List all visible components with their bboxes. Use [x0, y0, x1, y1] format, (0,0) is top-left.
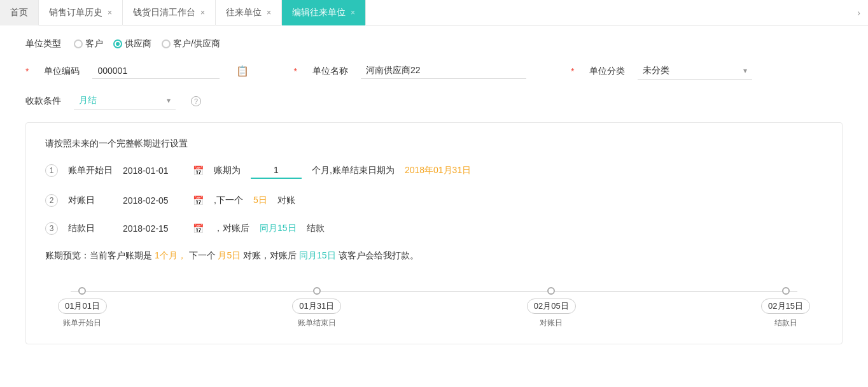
step-date-3: 2018-02-15 — [123, 223, 180, 234]
radio-circle-supplier — [113, 39, 122, 48]
chevron-down-icon: ▾ — [743, 66, 747, 75]
payment-terms-label: 收款条件 — [25, 95, 61, 107]
required-marker2: * — [293, 66, 297, 76]
timeline-dot-3 — [547, 287, 555, 295]
timeline-points: 01月01日 账单开始日 01月31日 账单结束日 02月05日 对账日 — [58, 277, 810, 328]
step-num-2: 2 — [45, 194, 58, 207]
radio-customer-label: 客户 — [85, 38, 103, 50]
settings-card: 请按照未来的一个完整帐期进行设置 1 账单开始日 2018-01-01 📅 账期… — [25, 122, 843, 344]
close-icon[interactable]: × — [108, 8, 112, 17]
timeline-label-4: 结款日 — [774, 318, 797, 328]
tab-counterparty[interactable]: 往来单位 × — [216, 0, 282, 25]
preview-mid2: 对账，对账后 — [243, 250, 297, 260]
required-marker: * — [25, 66, 29, 76]
tab-cash-daily[interactable]: 钱货日清工作台 × — [123, 0, 216, 25]
timeline-dot-1 — [78, 287, 86, 295]
step-num-1: 1 — [45, 164, 58, 177]
preview-suffix: 该客户会给我打款。 — [339, 250, 419, 260]
timeline-point-4: 02月15日 结款日 — [761, 277, 810, 328]
radio-supplier-label: 供应商 — [125, 38, 151, 50]
step-row-3: 3 结款日 2018-02-15 📅 ，对账后 同月15日 结款 — [45, 222, 823, 235]
timeline-point-2: 01月31日 账单结束日 — [292, 277, 341, 328]
close-icon[interactable]: × — [351, 8, 355, 17]
step-desc-2a: ,下一个 — [214, 195, 243, 206]
timeline-pill-2: 01月31日 — [292, 299, 341, 314]
timeline-point-3: 02月05日 对账日 — [527, 277, 576, 328]
step-desc-3a: ，对账后 — [214, 223, 249, 234]
radio-both-label: 客户/供应商 — [173, 38, 220, 50]
required-marker3: * — [571, 66, 574, 76]
close-icon[interactable]: × — [267, 8, 271, 17]
timeline-pill-1: 01月01日 — [58, 299, 107, 314]
step-row-1: 1 账单开始日 2018-01-01 📅 账期为 个月,账单结束日期为 2018… — [45, 162, 823, 179]
radio-customer[interactable]: 客户 — [74, 38, 103, 50]
timeline-container: 01月01日 账单开始日 01月31日 账单结束日 02月05日 对账日 — [45, 277, 823, 328]
calendar-icon-3[interactable]: 📅 — [193, 223, 204, 234]
preview-settle: 同月15日 — [299, 250, 336, 260]
step-label-1: 账单开始日 — [68, 165, 113, 176]
tab-edit-counterparty[interactable]: 编辑往来单位 × — [282, 0, 366, 25]
unit-type-radio-group: 客户 供应商 客户/供应商 — [74, 38, 220, 50]
preview-mid: 下一个 — [189, 250, 216, 260]
unit-category-value: 未分类 — [643, 65, 738, 76]
unit-name-input[interactable] — [361, 63, 526, 79]
period-end-date: 2018年01月31日 — [405, 165, 471, 176]
card-title: 请按照未来的一个完整帐期进行设置 — [45, 138, 823, 150]
unit-type-label: 单位类型 — [25, 38, 61, 50]
step-desc-3c: 结款 — [307, 223, 325, 234]
chevron-down-icon: ▾ — [167, 96, 171, 105]
unit-code-input[interactable] — [92, 63, 220, 79]
unit-code-label: 单位编码 — [44, 66, 80, 77]
tab-sales-history[interactable]: 销售订单历史 × — [39, 0, 123, 25]
period-input[interactable] — [251, 162, 302, 179]
step-row-2: 2 对账日 2018-02-05 📅 ,下一个 5日 对账 — [45, 194, 823, 207]
payment-terms-row: 收款条件 月结 ▾ ? — [25, 92, 843, 109]
unit-category-select[interactable]: 未分类 ▾ — [638, 62, 752, 80]
step-desc-2b: 5日 — [253, 195, 267, 206]
calendar-icon-2[interactable]: 📅 — [193, 195, 204, 206]
unit-type-row: 单位类型 客户 供应商 客户/供应商 — [25, 38, 843, 50]
preview-text: 账期预览：当前客户账期是 1个月， 下一个 月5日 对账，对账后 同月15日 该… — [45, 250, 823, 262]
step-num-3: 3 — [45, 222, 58, 235]
unit-info-row: * 单位编码 📋 * 单位名称 * 单位分类 未分类 ▾ — [25, 62, 843, 80]
step-period-suffix: 个月,账单结束日期为 — [312, 165, 395, 176]
preview-prefix: 账期预览：当前客户账期是 — [45, 250, 152, 260]
preview-period: 1个月， — [155, 250, 186, 260]
step-date-2: 2018-02-05 — [123, 195, 180, 206]
tab-more-button[interactable]: › — [850, 0, 868, 25]
close-icon[interactable]: × — [200, 8, 205, 17]
copy-icon[interactable]: 📋 — [236, 65, 249, 77]
step-desc-3b: 同月15日 — [260, 223, 297, 234]
timeline-pill-4: 02月15日 — [761, 299, 810, 314]
timeline-pill-3: 02月05日 — [527, 299, 576, 314]
preview-day: 月5日 — [218, 250, 241, 260]
timeline-dot-4 — [782, 287, 790, 295]
help-icon[interactable]: ? — [191, 96, 201, 106]
unit-category-label: 单位分类 — [589, 66, 625, 77]
radio-supplier[interactable]: 供应商 — [113, 38, 151, 50]
step-period-prefix: 账期为 — [214, 165, 241, 176]
payment-terms-value: 月结 — [79, 95, 162, 106]
radio-circle-customer — [74, 39, 83, 48]
tab-bar: 首页 销售订单历史 × 钱货日清工作台 × 往来单位 × 编辑往来单位 × › — [0, 0, 868, 25]
step-desc-2c: 对账 — [277, 195, 295, 206]
unit-name-label: 单位名称 — [312, 66, 348, 77]
main-content: 单位类型 客户 供应商 客户/供应商 * 单位编码 📋 * 单位名称 * — [0, 25, 868, 387]
payment-terms-select[interactable]: 月结 ▾ — [74, 92, 176, 109]
tab-home[interactable]: 首页 — [0, 0, 39, 25]
radio-both[interactable]: 客户/供应商 — [162, 38, 220, 50]
timeline-label-2: 账单结束日 — [298, 318, 336, 328]
step-label-3: 结款日 — [68, 223, 113, 234]
timeline-label-3: 对账日 — [540, 318, 563, 328]
timeline-label-1: 账单开始日 — [63, 318, 101, 328]
step-label-2: 对账日 — [68, 195, 113, 206]
step-date-1: 2018-01-01 — [123, 165, 180, 176]
calendar-icon-1[interactable]: 📅 — [193, 165, 204, 176]
radio-circle-both — [162, 39, 171, 48]
timeline-point-1: 01月01日 账单开始日 — [58, 277, 107, 328]
timeline-dot-2 — [313, 287, 321, 295]
